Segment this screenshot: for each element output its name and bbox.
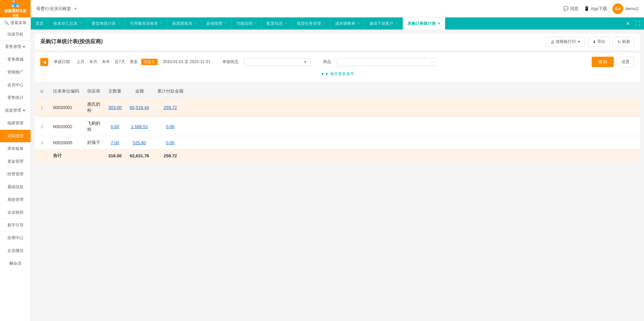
tab-close-icon[interactable]: × bbox=[160, 21, 162, 26]
cell-supplier: 好孩子 bbox=[83, 136, 104, 149]
tab-close-icon[interactable]: × bbox=[395, 21, 398, 26]
tab-invite-downstream[interactable]: 邀请下游客户 × bbox=[365, 17, 403, 30]
user-profile[interactable]: Ea demo2 bbox=[612, 3, 639, 14]
tab-close-icon[interactable]: × bbox=[323, 21, 325, 26]
refresh-icon: ↻ bbox=[618, 40, 621, 44]
date-7days[interactable]: 近7天 bbox=[113, 58, 126, 65]
sidebar-item-marketing[interactable]: 营销推广 bbox=[0, 66, 31, 79]
cell-quantity[interactable]: 6.00 bbox=[104, 117, 126, 136]
tab-close-icon[interactable]: × bbox=[285, 21, 287, 26]
tab-picking-task[interactable]: 拣货任务管理 × bbox=[292, 17, 330, 30]
goods-input[interactable]: ··· bbox=[336, 58, 437, 66]
sidebar-item-system[interactable]: 系统管理 bbox=[0, 194, 31, 206]
sidebar-item-retail-management[interactable]: 零售管理 ▼ bbox=[0, 41, 31, 53]
cell-extra bbox=[187, 117, 640, 136]
tab-function-desc[interactable]: 功能说明 × bbox=[232, 17, 262, 30]
sidebar-item-inventory[interactable]: 库存核算 bbox=[0, 143, 31, 155]
sidebar-item-wholesale[interactable]: 批发管理 ▼ bbox=[0, 104, 31, 117]
tab-overstock[interactable]: 超储预警 × bbox=[202, 17, 232, 30]
close-tab-icon[interactable]: ✕ bbox=[625, 20, 631, 27]
sidebar-item-enterprise[interactable]: 企业协同 bbox=[0, 206, 31, 219]
tab-close-icon[interactable]: × bbox=[194, 21, 197, 26]
sidebar-item-operations[interactable]: 经营管理 bbox=[0, 168, 31, 181]
table-footer-row: 合计 316.00 62,631.76 259.72 bbox=[35, 149, 640, 162]
sidebar-item-app-center[interactable]: 应用中心 bbox=[0, 232, 31, 245]
template-print-button[interactable]: 🖨 按模板打印 ▼ bbox=[546, 37, 585, 47]
sidebar-item-member[interactable]: 会员中心 bbox=[0, 79, 31, 92]
tab-close-icon[interactable]: × bbox=[357, 21, 360, 26]
date-this-year[interactable]: 本年 bbox=[101, 58, 111, 65]
sidebar-item-ecommerce[interactable]: 电商管理 bbox=[0, 117, 31, 130]
top-bar: 母婴行业演示账套 ▼ 💬 消息 📱 App下载 Ea demo2 bbox=[31, 0, 644, 17]
app-logo: 🏪 畅捷通好生意 标版 bbox=[0, 0, 31, 17]
cell-quantity[interactable]: 303.00 bbox=[104, 98, 126, 117]
tab-available-stock[interactable]: 可用量库存账本 × bbox=[125, 17, 167, 30]
cell-paid-amount[interactable]: 0.00 bbox=[153, 136, 187, 149]
sidebar-item-label: 系统管理 bbox=[7, 197, 23, 203]
sidebar-item-label: 畅会员 bbox=[9, 261, 21, 266]
date-range-display: 2016-01-01 至 2023-12-31 bbox=[163, 59, 210, 65]
data-table: ⚙ 往来单位编码 供应商 主数量 金额 bbox=[35, 85, 640, 162]
tab-close-icon[interactable]: × bbox=[438, 21, 440, 26]
table-row: 1 00020001 惠氏奶粉 303.00 60,519.44 259.72 bbox=[35, 98, 640, 117]
quick-nav[interactable]: 快捷导航 bbox=[0, 29, 31, 41]
tab-close-icon[interactable]: × bbox=[224, 21, 227, 26]
cell-amount[interactable]: 60,519.44 bbox=[126, 98, 153, 117]
sidebar-item-purchase[interactable]: 采购管理 bbox=[0, 130, 31, 143]
cell-supplier: 惠氏奶粉 bbox=[83, 98, 104, 117]
settings-button[interactable]: 设置 bbox=[616, 57, 635, 67]
chevron-down-icon: ▼ bbox=[303, 60, 307, 64]
expand-filter-button[interactable]: ▼▼ 展开更多条件 bbox=[318, 70, 357, 78]
cell-paid-amount[interactable]: 0.00 bbox=[153, 117, 187, 136]
date-custom-badge[interactable]: 自定义 bbox=[141, 59, 158, 65]
cell-paid-amount[interactable]: 259.72 bbox=[153, 98, 187, 117]
cell-amount[interactable]: 1,586.52 bbox=[126, 117, 153, 136]
date-more[interactable]: 更多 bbox=[128, 58, 139, 65]
sidebar-item-finance[interactable]: 资金管理 bbox=[0, 155, 31, 168]
footer-empty-index bbox=[35, 149, 49, 162]
sidebar-item-label: 企业协同 bbox=[7, 210, 23, 215]
sidebar-item-enterprise-wechat[interactable]: 企业微信 bbox=[0, 245, 31, 257]
goods-filter-label: 商品 bbox=[323, 59, 331, 65]
sidebar-item-vip[interactable]: 畅会员 bbox=[0, 257, 31, 270]
message-btn[interactable]: 💬 消息 bbox=[563, 6, 579, 12]
cell-supplier-code: 00020005 bbox=[49, 136, 83, 149]
export-button[interactable]: ⬇ 导出 bbox=[588, 37, 610, 47]
tab-home[interactable]: 首页 bbox=[31, 17, 49, 30]
tab-purchase-stats[interactable]: 要货单统计表 × bbox=[87, 17, 125, 30]
sidebar-item-retail-stats[interactable]: 零售统计 bbox=[0, 92, 31, 104]
query-button[interactable]: 查询 bbox=[592, 57, 614, 67]
tab-receive-summary[interactable]: 收发存汇总表 × bbox=[49, 17, 87, 30]
workspace-selector[interactable]: 母婴行业演示账套 ▼ bbox=[36, 6, 77, 12]
tab-close-icon[interactable]: × bbox=[79, 21, 82, 26]
tab-warranty[interactable]: 保质期查询 × bbox=[167, 17, 202, 30]
gear-icon[interactable]: ⚙ bbox=[39, 88, 45, 94]
sidebar-item-new-guide[interactable]: 新手引导 bbox=[0, 219, 31, 232]
chevron-down-icon: ▼ bbox=[22, 45, 26, 49]
dropdown-arrow-icon: ▼ bbox=[74, 7, 77, 11]
sidebar-item-retail-store[interactable]: 零售商城 bbox=[0, 53, 31, 66]
maximize-icon[interactable]: ⛶ bbox=[634, 20, 641, 27]
collapse-filter-button[interactable]: ◀ bbox=[40, 58, 48, 66]
date-last-month[interactable]: 上月 bbox=[75, 58, 86, 65]
expand-row: ▼▼ 展开更多条件 bbox=[40, 70, 635, 78]
filter-row-1: ◀ 单据日期 上月 本月 本年 近7天 更多 自定义 2016-01-01 至 … bbox=[40, 57, 635, 67]
tab-cost-adjust[interactable]: 成本调整单 × bbox=[330, 17, 365, 30]
status-select[interactable]: ▼ bbox=[244, 58, 311, 66]
tab-purchase-order-stats[interactable]: 采购订单统计表 × bbox=[403, 17, 445, 30]
tab-close-icon[interactable]: × bbox=[118, 21, 120, 26]
date-this-month[interactable]: 本月 bbox=[88, 58, 99, 65]
footer-paid-amount: 259.72 bbox=[153, 149, 187, 162]
cell-amount[interactable]: 525.80 bbox=[126, 136, 153, 149]
refresh-button[interactable]: ↻ 刷新 bbox=[613, 37, 635, 47]
logo-icon: 🏪 bbox=[11, 0, 19, 8]
tab-close-icon[interactable]: × bbox=[255, 21, 257, 26]
col-extra bbox=[187, 85, 640, 98]
app-download-btn[interactable]: 📱 App下载 bbox=[584, 6, 607, 12]
tab-bar: 首页 收发存汇总表 × 要货单统计表 × 可用量库存账本 × 保质期查询 × 超… bbox=[31, 17, 644, 30]
sidebar-search[interactable]: 🔍 搜索菜单 bbox=[0, 17, 31, 29]
tab-config-info[interactable]: 配置信息 × bbox=[262, 17, 292, 30]
sidebar-item-basic-info[interactable]: 基础信息 bbox=[0, 181, 31, 194]
app-download-label: App下载 bbox=[591, 6, 607, 12]
cell-quantity[interactable]: 7.00 bbox=[104, 136, 126, 149]
